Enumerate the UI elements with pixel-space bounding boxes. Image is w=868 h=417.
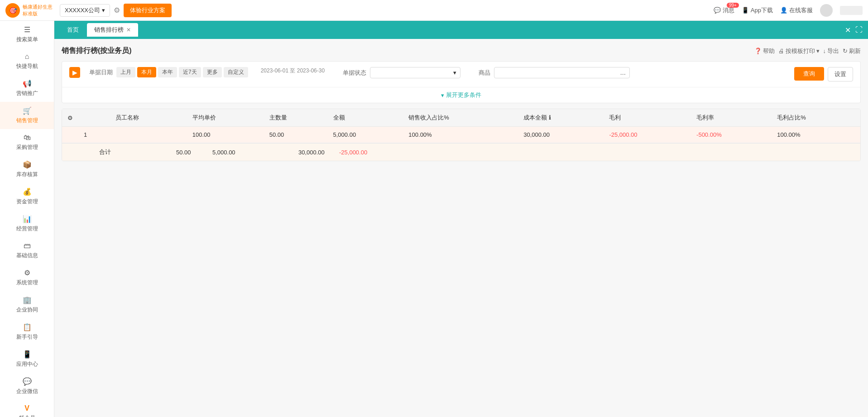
sidebar-item-wechat[interactable]: 💬 企业微信 xyxy=(0,373,54,400)
export-button[interactable]: ↓ 导出 xyxy=(823,47,839,55)
sidebar-item-marketing[interactable]: 📢 营销推广 xyxy=(0,75,54,102)
message-badge: 99+ xyxy=(727,3,739,8)
footer-avg-price-cell xyxy=(130,148,171,157)
sidebar-item-enterprise[interactable]: 🏢 企业协同 xyxy=(0,291,54,318)
online-service-label: 在线客服 xyxy=(789,6,813,14)
filter-action-buttons: 查询 设置 xyxy=(794,67,853,81)
table-row[interactable]: 1100.0050.005,000.00100.00%30,000.00-25,… xyxy=(62,127,860,143)
sidebar-item-search-order[interactable]: ☰ 搜索菜单 xyxy=(0,21,54,48)
top-header: 🎯 畅康通好生意 标准版 XXXXXX公司 ▾ ⚙ 体验行业方案 💬 消息 99… xyxy=(0,0,868,21)
guide-icon: 📋 xyxy=(23,323,32,331)
cell-gross-profit: -25,000.00 xyxy=(604,127,691,143)
sidebar-item-guide[interactable]: 📋 新手引导 xyxy=(0,318,54,345)
sidebar-label-finance: 资金管理 xyxy=(16,198,38,206)
app-download-label: App下载 xyxy=(751,6,773,14)
footer-label: 合计 xyxy=(94,144,130,161)
filter-area: ▶ 单据日期 上月 本月 本年 近7天 更多 自定义 xyxy=(62,61,861,103)
app-logo: 🎯 畅康通好生意 标准版 xyxy=(5,3,53,18)
sidebar-label-marketing: 营销推广 xyxy=(16,90,38,97)
tab-sales-rank[interactable]: 销售排行榜 ✕ xyxy=(87,23,138,37)
filter-toggle-icon[interactable]: ▶ xyxy=(69,67,80,78)
footer-settings-cell xyxy=(62,148,76,157)
user-name[interactable] xyxy=(840,6,863,15)
date-btn-this-year[interactable]: 本年 xyxy=(158,67,177,77)
footer-gross-rate-cell xyxy=(374,148,411,157)
export-icon: ↓ xyxy=(823,48,826,54)
tab-close-all-icon[interactable]: ✕ xyxy=(845,26,851,34)
date-btn-custom[interactable]: 自定义 xyxy=(224,67,248,77)
user-avatar[interactable] xyxy=(820,4,833,17)
sidebar-label-appcenter: 应用中心 xyxy=(16,360,38,368)
status-filter-group: 单据状态 ▾ xyxy=(343,67,460,78)
company-selector[interactable]: XXXXXX公司 ▾ xyxy=(60,4,110,17)
company-name: XXXXXX公司 xyxy=(65,6,100,14)
sidebar-label-basicinfo: 基础信息 xyxy=(16,252,38,259)
inventory-icon: 📦 xyxy=(23,160,32,169)
sidebar-item-sales[interactable]: 🛒 销售管理 xyxy=(0,102,54,129)
logo-text: 畅康通好生意 标准版 xyxy=(23,4,53,17)
cell-total-amount: 5,000.00 xyxy=(328,127,403,143)
sidebar-item-finance[interactable]: 💰 资金管理 xyxy=(0,183,54,210)
tab-maximize-icon[interactable]: ⛶ xyxy=(855,26,863,34)
expand-filters-button[interactable]: ▾ 展开更多条件 xyxy=(62,87,860,103)
online-service-button[interactable]: 👤 在线客服 xyxy=(780,6,813,14)
settings-button[interactable]: 设置 xyxy=(828,67,853,81)
experience-button[interactable]: 体验行业方案 xyxy=(124,4,172,17)
date-btn-last-month[interactable]: 上月 xyxy=(116,67,135,77)
col-header-cost-amount: 成本全额 ℹ xyxy=(518,109,604,127)
sidebar-item-app-center[interactable]: 📱 应用中心 xyxy=(0,345,54,373)
refresh-button[interactable]: ↻ 刷新 xyxy=(843,47,861,55)
app-center-icon: 📱 xyxy=(23,350,32,359)
date-btn-more[interactable]: 更多 xyxy=(203,67,222,77)
page-content: 销售排行榜(按业务员) ❓ 帮助 🖨 按模板打印 ▾ ↓ 导出 xyxy=(54,39,868,417)
sidebar-item-basic-info[interactable]: 🗃 基础信息 xyxy=(0,237,54,264)
tab-close-icon[interactable]: ✕ xyxy=(126,27,131,33)
print-button[interactable]: 🖨 按模板打印 ▾ xyxy=(778,47,820,55)
status-select[interactable]: ▾ xyxy=(370,67,460,78)
sidebar-label-member: 畅会员 xyxy=(19,414,35,417)
goods-input[interactable]: … xyxy=(494,67,630,78)
chevron-down-icon: ▾ xyxy=(102,7,105,14)
finance-icon: 💰 xyxy=(23,187,32,196)
col-header-settings[interactable]: ⚙ xyxy=(62,109,78,127)
col-header-rank xyxy=(78,109,110,127)
logo-icon: 🎯 xyxy=(5,3,20,18)
sidebar-label-enterprise: 企业协同 xyxy=(16,306,38,314)
sidebar-label-quicknav: 快捷导航 xyxy=(16,62,38,70)
marketing-icon: 📢 xyxy=(23,79,32,88)
date-btn-7days[interactable]: 近7天 xyxy=(179,67,201,77)
footer-gross-pct-cell xyxy=(411,148,447,157)
sidebar-item-quick-nav[interactable]: ⌂ 快捷导航 xyxy=(0,48,54,75)
footer-main-qty: 50.00 xyxy=(171,144,207,160)
sidebar-item-operation[interactable]: 📊 经营管理 xyxy=(0,210,54,237)
col-header-avg-price: 平均单价 xyxy=(187,109,264,127)
sidebar-item-member[interactable]: V 畅会员 xyxy=(0,400,54,417)
query-button[interactable]: 查询 xyxy=(794,67,824,81)
purchase-icon: 🛍 xyxy=(24,134,31,142)
settings-icon[interactable]: ⚙ xyxy=(114,6,120,14)
title-actions: ❓ 帮助 🖨 按模板打印 ▾ ↓ 导出 ↻ 刷新 xyxy=(754,47,861,55)
app-download-button[interactable]: 📱 App下载 xyxy=(742,6,773,14)
footer-cost-amount: 30,000.00 xyxy=(293,144,334,160)
service-icon: 👤 xyxy=(780,7,787,14)
date-btn-this-month[interactable]: 本月 xyxy=(137,67,156,77)
help-icon: ❓ xyxy=(754,48,762,54)
wechat-icon: 💬 xyxy=(23,377,32,386)
cell-settings[interactable] xyxy=(62,127,78,143)
system-icon: ⚙ xyxy=(24,268,30,277)
table-body: 1100.0050.005,000.00100.00%30,000.00-25,… xyxy=(62,127,860,143)
tab-home[interactable]: 首页 xyxy=(60,23,86,37)
sidebar-item-system[interactable]: ⚙ 系统管理 xyxy=(0,264,54,291)
table-header-row: ⚙ 员工名称 平均单价 主数量 xyxy=(62,109,860,127)
quick-nav-icon: ⌂ xyxy=(25,53,29,61)
date-buttons: 上月 本月 本年 近7天 更多 自定义 xyxy=(116,67,248,77)
sidebar-item-purchase[interactable]: 🛍 采购管理 xyxy=(0,129,54,156)
expand-filters-label: 展开更多条件 xyxy=(446,91,481,99)
print-icon: 🖨 xyxy=(778,48,784,54)
sidebar-label-inventory: 库存核算 xyxy=(16,171,38,178)
message-button[interactable]: 💬 消息 99+ xyxy=(714,6,734,14)
help-button[interactable]: ❓ 帮助 xyxy=(754,47,775,55)
goods-filter-group: 商品 … xyxy=(479,67,630,78)
tab-sales-rank-label: 销售排行榜 xyxy=(94,26,124,34)
sidebar-item-inventory[interactable]: 📦 库存核算 xyxy=(0,156,54,183)
